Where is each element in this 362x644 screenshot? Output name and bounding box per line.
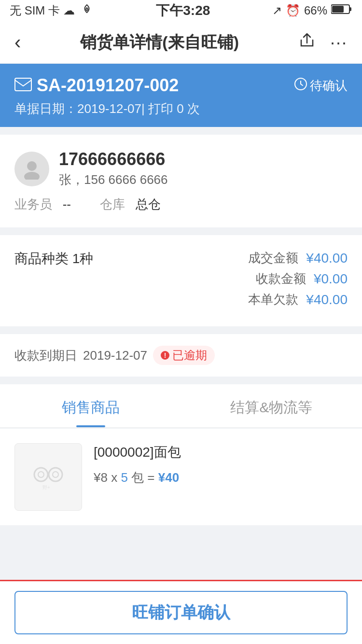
status-right: ↗ ⏰ 66% xyxy=(272,4,352,17)
owing-label: 本单欠款 xyxy=(248,291,298,308)
svg-text:野+: 野+ xyxy=(42,485,50,490)
envelope-icon xyxy=(14,75,32,96)
battery-text: 66% xyxy=(304,4,327,17)
product-total: ¥40 xyxy=(158,470,179,485)
customer-card: 17666666666 张，156 6666 6666 业务员 -- 仓库 总仓 xyxy=(0,135,362,227)
status-time: 下午3:28 xyxy=(156,1,210,20)
page-title: 销货单详情(来自旺铺) xyxy=(80,31,239,54)
tabs-bar: 销售商品 结算&物流等 xyxy=(0,384,362,428)
back-button[interactable]: ‹ xyxy=(14,31,21,53)
due-date-card: 收款到期日 2019-12-07 ! 已逾期 xyxy=(0,334,362,377)
confirm-order-button[interactable]: 旺铺订单确认 xyxy=(14,591,348,634)
svg-rect-1 xyxy=(349,7,351,11)
share-button[interactable] xyxy=(298,31,316,53)
svg-rect-3 xyxy=(15,78,31,91)
customer-name: 张，156 6666 6666 xyxy=(59,171,168,188)
transaction-value: ¥40.00 xyxy=(306,251,348,266)
amounts-right: 成交金额 ¥40.00 收款金额 ¥0.00 本单欠款 ¥40.00 xyxy=(248,250,348,312)
no-sim-text: 无 SIM 卡 ☁ xyxy=(10,3,75,18)
location-icon: ↗ xyxy=(272,4,282,17)
salesman-value: -- xyxy=(63,197,71,211)
svg-point-8 xyxy=(38,472,44,477)
product-price-row: ¥8 x 5 包 = ¥40 xyxy=(94,469,348,486)
svg-point-6 xyxy=(24,172,40,180)
product-info: [0000002]面包 ¥8 x 5 包 = ¥40 xyxy=(94,443,348,511)
product-qty: 5 xyxy=(121,470,127,485)
owing-value: ¥40.00 xyxy=(306,292,348,308)
order-id: SA-20191207-002 xyxy=(14,75,179,96)
svg-point-5 xyxy=(27,161,37,171)
order-status: 待确认 xyxy=(294,77,348,94)
amounts-card: 商品种类 1种 成交金额 ¥40.00 收款金额 ¥0.00 本单欠款 ¥40.… xyxy=(0,235,362,326)
order-header: SA-20191207-002 待确认 单据日期：2019-12-07| 打印 … xyxy=(0,64,362,127)
product-name: [0000002]面包 xyxy=(94,443,348,462)
battery-icon xyxy=(331,4,352,17)
svg-point-10 xyxy=(53,472,58,477)
salesman-label: 业务员 xyxy=(14,197,52,211)
svg-rect-2 xyxy=(332,6,344,13)
svg-point-9 xyxy=(49,468,62,481)
due-date-value: 2019-12-07 xyxy=(83,348,147,363)
avatar xyxy=(14,152,49,186)
product-item: 野+ [0000002]面包 ¥8 x 5 包 = ¥40 xyxy=(0,429,362,525)
product-type: 商品种类 1种 xyxy=(14,250,93,268)
alarm-icon: ⏰ xyxy=(286,4,300,17)
more-button[interactable]: ··· xyxy=(330,32,348,53)
customer-phone: 17666666666 xyxy=(59,149,168,169)
nav-bar: ‹ 销货单详情(来自旺铺) ··· xyxy=(0,21,362,64)
warehouse-value: 总仓 xyxy=(136,197,161,211)
order-date: 单据日期：2019-12-07| 打印 0 次 xyxy=(14,100,348,117)
collected-value: ¥0.00 xyxy=(314,271,348,287)
tab-settlement[interactable]: 结算&物流等 xyxy=(181,384,362,427)
overdue-dot-icon: ! xyxy=(161,351,169,360)
customer-info-row: 业务员 -- 仓库 总仓 xyxy=(14,196,348,213)
product-image: 野+ xyxy=(14,443,82,511)
svg-point-7 xyxy=(34,468,48,481)
wifi-icon xyxy=(80,4,94,17)
due-date-label: 收款到期日 xyxy=(14,347,77,364)
transaction-label: 成交金额 xyxy=(248,250,298,266)
warehouse-label: 仓库 xyxy=(100,197,125,211)
nav-actions: ··· xyxy=(298,31,348,53)
tab-products[interactable]: 销售商品 xyxy=(0,384,181,427)
clock-icon xyxy=(294,78,307,94)
collected-label: 收款金额 xyxy=(256,270,306,287)
status-bar: 无 SIM 卡 ☁ 下午3:28 ↗ ⏰ 66% xyxy=(0,0,362,21)
confirm-button-wrap: 旺铺订单确认 xyxy=(0,580,362,644)
overdue-badge: ! 已逾期 xyxy=(153,346,215,365)
status-left: 无 SIM 卡 ☁ xyxy=(10,3,94,18)
